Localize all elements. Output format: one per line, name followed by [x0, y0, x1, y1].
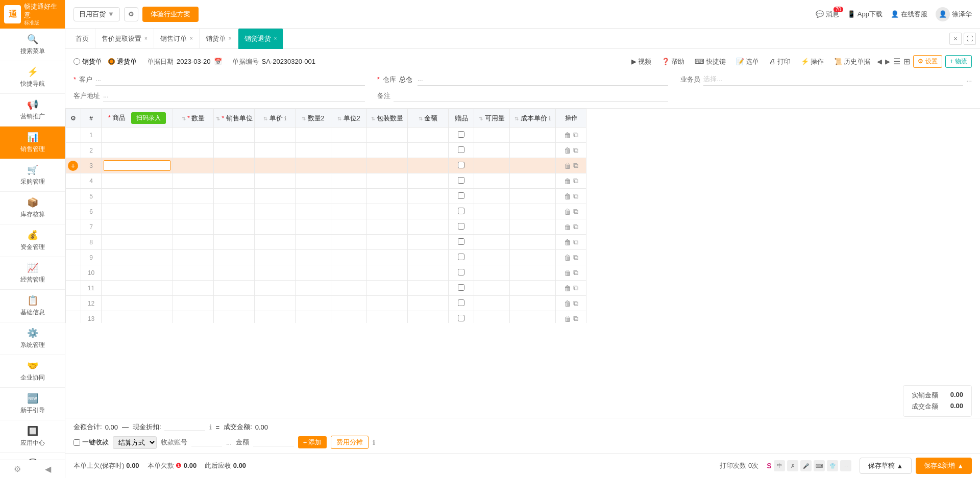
video-btn[interactable]: ▶视频: [628, 56, 655, 68]
sale-unit-cell[interactable]: [214, 143, 255, 158]
sidebar-item-inventory[interactable]: 📦库存核算: [0, 192, 65, 224]
account-dots[interactable]: ...: [226, 439, 232, 446]
unit2-cell[interactable]: [331, 296, 367, 311]
avail-qty-cell[interactable]: [474, 296, 510, 311]
sidebar-item-shortcut[interactable]: ⚡快捷导航: [0, 61, 65, 94]
qty-cell[interactable]: [173, 128, 214, 143]
gift-cell[interactable]: [449, 173, 474, 189]
delete-row-icon[interactable]: 🗑: [564, 162, 571, 170]
pkg-qty-cell[interactable]: [367, 204, 408, 219]
cash-discount-input[interactable]: [164, 423, 205, 431]
avail-qty-cell[interactable]: [474, 158, 510, 173]
tab-sales-return[interactable]: 销货退货 ×: [238, 29, 284, 49]
gift-checkbox[interactable]: [458, 284, 464, 291]
price-cell[interactable]: [255, 296, 296, 311]
sogou-icon-1[interactable]: 中: [774, 460, 785, 471]
delete-row-icon[interactable]: 🗑: [564, 223, 571, 231]
sale-unit-cell[interactable]: [214, 158, 255, 173]
gift-checkbox[interactable]: [458, 223, 464, 230]
qty2-cell[interactable]: [296, 296, 331, 311]
avail-qty-cell[interactable]: [474, 265, 510, 281]
qty-cell[interactable]: [173, 311, 214, 323]
unit2-cell[interactable]: [331, 281, 367, 296]
sogou-icon-3[interactable]: 🎤: [800, 460, 812, 471]
pkg-qty-cell[interactable]: [367, 189, 408, 204]
sale-unit-cell[interactable]: [214, 311, 255, 323]
close-tab-sales-order-icon[interactable]: ×: [190, 36, 193, 41]
product-cell[interactable]: [102, 281, 173, 296]
tab-sales-order[interactable]: 销售订单 ×: [154, 29, 200, 49]
gift-cell[interactable]: [449, 158, 474, 173]
product-cell[interactable]: [102, 265, 173, 281]
sale-unit-cell[interactable]: [214, 204, 255, 219]
amount-cell[interactable]: [408, 296, 449, 311]
price-cell[interactable]: [255, 311, 296, 323]
qty2-cell[interactable]: [296, 250, 331, 265]
gift-cell[interactable]: [449, 143, 474, 158]
price-cell[interactable]: [255, 128, 296, 143]
pkg-qty-cell[interactable]: [367, 128, 408, 143]
pkg-qty-cell[interactable]: [367, 219, 408, 235]
avail-qty-cell[interactable]: [474, 235, 510, 250]
gift-cell[interactable]: [449, 235, 474, 250]
sale-unit-cell[interactable]: [214, 281, 255, 296]
avail-qty-cell[interactable]: [474, 204, 510, 219]
copy-row-icon[interactable]: ⧉: [573, 299, 578, 308]
unit2-cell[interactable]: [331, 311, 367, 323]
copy-row-icon[interactable]: ⧉: [573, 131, 578, 139]
amount-cell[interactable]: [408, 143, 449, 158]
product-cell[interactable]: [102, 173, 173, 189]
sidebar-item-basic[interactable]: 📋基础信息: [0, 290, 65, 322]
pkg-qty-cell[interactable]: [367, 235, 408, 250]
message-button[interactable]: 💬 消息 70: [816, 10, 839, 19]
copy-row-icon[interactable]: ⧉: [573, 192, 578, 200]
qty2-cell[interactable]: [296, 311, 331, 323]
price-cell[interactable]: [255, 189, 296, 204]
delete-row-icon[interactable]: 🗑: [564, 299, 571, 308]
pkg-qty-cell[interactable]: [367, 158, 408, 173]
sale-unit-cell[interactable]: [214, 235, 255, 250]
sidebar-item-finance[interactable]: 💰资金管理: [0, 224, 65, 257]
customer-input[interactable]: ...: [95, 73, 365, 86]
amount-cell[interactable]: [408, 235, 449, 250]
product-cell[interactable]: [102, 311, 173, 323]
product-cell[interactable]: [102, 296, 173, 311]
sale-unit-cell[interactable]: [214, 219, 255, 235]
gift-checkbox[interactable]: [458, 131, 464, 138]
pkg-qty-cell[interactable]: [367, 265, 408, 281]
sale-unit-cell[interactable]: [214, 265, 255, 281]
close-all-tabs-button[interactable]: ×: [949, 33, 962, 45]
tab-home[interactable]: 首页: [69, 29, 95, 49]
amount-cell[interactable]: [408, 158, 449, 173]
radio-sale-bill[interactable]: 销货单: [74, 57, 102, 66]
sidebar-item-purchase[interactable]: 🛒采购管理: [0, 159, 65, 192]
price-cell[interactable]: [255, 281, 296, 296]
cost-price-cell[interactable]: [510, 265, 556, 281]
gift-checkbox[interactable]: [458, 146, 464, 153]
column-settings-button[interactable]: ⚙ 设置: [913, 55, 942, 68]
sidebar-settings-icon[interactable]: ⚙: [14, 464, 21, 474]
sort-amount-icon[interactable]: ⇅: [419, 116, 423, 121]
qty2-cell[interactable]: [296, 173, 331, 189]
cost-price-cell[interactable]: [510, 281, 556, 296]
delete-row-icon[interactable]: 🗑: [564, 208, 571, 216]
sidebar-item-guide[interactable]: 🆕新手引导: [0, 388, 65, 420]
gift-checkbox[interactable]: [458, 315, 464, 321]
price-info-icon[interactable]: ℹ: [284, 115, 286, 121]
gift-checkbox[interactable]: [458, 177, 464, 184]
warehouse-input[interactable]: ...: [418, 73, 669, 86]
cost-price-cell[interactable]: [510, 250, 556, 265]
print-btn[interactable]: 🖨打印: [766, 56, 794, 68]
payment-amount-input[interactable]: [253, 438, 294, 446]
history-btn[interactable]: 📜历史单据: [830, 56, 874, 68]
gift-checkbox[interactable]: [458, 192, 464, 199]
online-service-button[interactable]: 👤 在线客服: [891, 10, 927, 19]
amount-cell[interactable]: [408, 250, 449, 265]
avail-qty-cell[interactable]: [474, 311, 510, 323]
qty2-cell[interactable]: [296, 235, 331, 250]
unit2-cell[interactable]: [331, 204, 367, 219]
qty-cell[interactable]: [173, 296, 214, 311]
delete-row-icon[interactable]: 🗑: [564, 192, 571, 200]
gift-cell[interactable]: [449, 204, 474, 219]
cost-price-cell[interactable]: [510, 219, 556, 235]
